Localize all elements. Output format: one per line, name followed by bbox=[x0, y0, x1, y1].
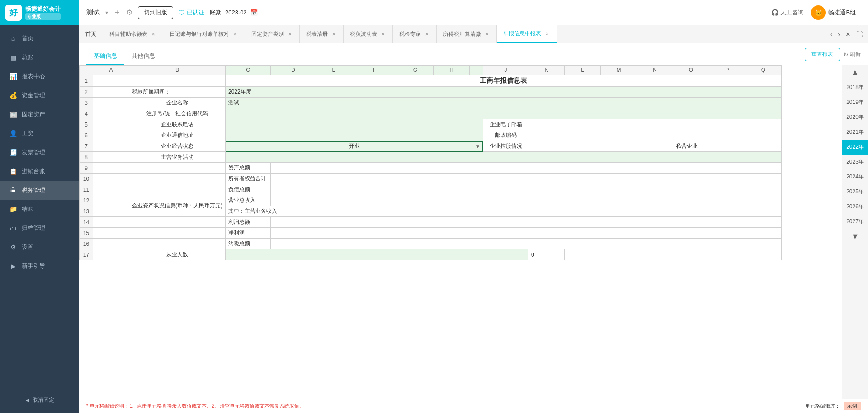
cell-17-A[interactable] bbox=[93, 249, 129, 260]
cell-17-L[interactable] bbox=[565, 249, 782, 260]
reset-report-btn[interactable]: 重置报表 bbox=[805, 48, 840, 61]
cell-15-B[interactable] bbox=[129, 228, 226, 239]
tab-close-annual-report[interactable]: ✕ bbox=[544, 31, 550, 37]
cell-10-A[interactable] bbox=[93, 174, 129, 184]
tab-close-bank-reconcile[interactable]: ✕ bbox=[232, 31, 238, 37]
cell-6-A[interactable] bbox=[93, 130, 129, 141]
topbar-dropdown-icon[interactable]: ▾ bbox=[105, 9, 108, 16]
year-item-2020年[interactable]: 2020年 bbox=[842, 110, 868, 125]
sidebar-item-closing[interactable]: 📁结账 bbox=[0, 200, 79, 219]
tab-home[interactable]: 首页 bbox=[79, 25, 103, 43]
cell-1-B[interactable] bbox=[129, 75, 226, 87]
tab-close-income-tax[interactable]: ✕ bbox=[484, 31, 490, 37]
cell-4-A[interactable] bbox=[93, 108, 129, 119]
sidebar-item-payroll[interactable]: 👤工资 bbox=[0, 124, 79, 143]
spreadsheet-wrap[interactable]: A B C D E F G H I J K L bbox=[79, 65, 842, 399]
cell-1-A[interactable] bbox=[93, 75, 129, 87]
sidebar-item-archive[interactable]: 🗃归档管理 bbox=[0, 219, 79, 238]
cell-14-D[interactable] bbox=[271, 217, 782, 228]
tab-close-fixed-asset-type[interactable]: ✕ bbox=[287, 31, 293, 37]
tab-close-tax-form[interactable]: ✕ bbox=[330, 31, 337, 37]
sidebar-item-fixed-asset[interactable]: 🏢固定资产 bbox=[0, 105, 79, 124]
cell-9-D[interactable] bbox=[271, 163, 782, 174]
tab-bank-reconcile[interactable]: 日记账与银行对账单核对✕ bbox=[163, 25, 245, 43]
sidebar-item-settings[interactable]: ⚙设置 bbox=[0, 238, 79, 257]
cell-13-A[interactable] bbox=[93, 206, 129, 217]
cell-7-C[interactable]: 开业 ▼ bbox=[226, 141, 483, 152]
cell-7-K[interactable] bbox=[528, 141, 673, 152]
cell-16-D[interactable] bbox=[271, 239, 782, 249]
cell-3-C[interactable]: 测试 bbox=[226, 98, 782, 108]
tab-close-aux-balance[interactable]: ✕ bbox=[150, 31, 156, 37]
cell-15-D[interactable] bbox=[271, 228, 782, 239]
sidebar-item-invoice[interactable]: 🧾发票管理 bbox=[0, 143, 79, 162]
cell-17-C[interactable] bbox=[226, 249, 528, 260]
customer-service-btn[interactable]: 🎧 人工咨询 bbox=[771, 9, 804, 17]
tab-annual-report[interactable]: 年报信息申报表✕ bbox=[497, 25, 557, 43]
cell-10-B[interactable] bbox=[129, 174, 226, 184]
sidebar-item-guide[interactable]: ▶新手引导 bbox=[0, 257, 79, 276]
tab-tax-expert[interactable]: 税检专家✕ bbox=[393, 25, 437, 43]
topbar-settings-btn[interactable]: ⚙ bbox=[126, 8, 132, 17]
year-item-2021年[interactable]: 2021年 bbox=[842, 125, 868, 140]
cell-6-K[interactable] bbox=[528, 130, 782, 141]
year-item-2023年[interactable]: 2023年 bbox=[842, 155, 868, 169]
year-item-2019年[interactable]: 2019年 bbox=[842, 95, 868, 110]
tab-aux-balance[interactable]: 科目辅助余额表✕ bbox=[103, 25, 163, 43]
refresh-btn[interactable]: ↻ 刷新 bbox=[844, 51, 861, 58]
cell-3-A[interactable] bbox=[93, 98, 129, 108]
cell-14-B[interactable] bbox=[129, 217, 226, 228]
sidebar-item-ledger[interactable]: ▤总账 bbox=[0, 48, 79, 67]
cell-10-D[interactable] bbox=[271, 174, 782, 184]
tab-prev-btn[interactable]: ‹ bbox=[829, 29, 835, 40]
tab-close-tax-expert[interactable]: ✕ bbox=[424, 31, 430, 37]
sidebar-collapse-btn[interactable]: ◄ 取消固定 bbox=[0, 392, 79, 408]
cell-12-D[interactable] bbox=[271, 195, 782, 206]
cell-8-C[interactable] bbox=[226, 152, 782, 163]
cell-7-P[interactable]: 私营企业 bbox=[673, 141, 782, 152]
cell-11-B[interactable] bbox=[129, 184, 226, 195]
cell-13-E[interactable] bbox=[316, 206, 782, 217]
cell-9-A[interactable] bbox=[93, 163, 129, 174]
cell-8-A[interactable] bbox=[93, 152, 129, 163]
cell-15-A[interactable] bbox=[93, 228, 129, 239]
cell-16-A[interactable] bbox=[93, 239, 129, 249]
cell-11-D[interactable] bbox=[271, 184, 782, 195]
tab-next-btn[interactable]: › bbox=[836, 29, 842, 40]
tab-tax-fluctuation[interactable]: 税负波动表✕ bbox=[344, 25, 393, 43]
cell-6-C[interactable] bbox=[226, 130, 483, 141]
tab-fixed-asset-type[interactable]: 固定资产类别✕ bbox=[245, 25, 300, 43]
sidebar-item-purchase-sales[interactable]: 📋进销台账 bbox=[0, 162, 79, 181]
tab-close-tax-fluctuation[interactable]: ✕ bbox=[380, 31, 386, 37]
tab-expand-btn[interactable]: ⛶ bbox=[854, 29, 864, 40]
year-item-2026年[interactable]: 2026年 bbox=[842, 199, 868, 214]
year-item-2022年[interactable]: 2022年 bbox=[842, 140, 868, 155]
cell-5-C[interactable] bbox=[226, 119, 483, 130]
year-nav-up[interactable]: ▲ bbox=[842, 65, 868, 80]
sidebar-item-fund[interactable]: 💰资金管理 bbox=[0, 86, 79, 105]
year-item-2027年[interactable]: 2027年 bbox=[842, 214, 868, 229]
cell-9-B[interactable] bbox=[129, 163, 226, 174]
cell-4-C[interactable] bbox=[226, 108, 782, 119]
sidebar-item-tax[interactable]: 🏛税务管理 bbox=[0, 181, 79, 200]
cell-12-A[interactable] bbox=[93, 195, 129, 206]
year-item-2025年[interactable]: 2025年 bbox=[842, 184, 868, 199]
cell-2-C[interactable]: 2022年度 bbox=[226, 87, 782, 98]
topbar-add-btn[interactable]: ＋ bbox=[113, 8, 121, 17]
tab-close-all-btn[interactable]: ✕ bbox=[844, 29, 853, 40]
tab-other-info[interactable]: 其他信息 bbox=[124, 48, 162, 65]
sidebar-item-home[interactable]: ⌂首页 bbox=[0, 29, 79, 48]
year-item-2024年[interactable]: 2024年 bbox=[842, 169, 868, 184]
tab-tax-form[interactable]: 税表清册✕ bbox=[300, 25, 344, 43]
sidebar-item-reports[interactable]: 📊报表中心 bbox=[0, 67, 79, 86]
cell-16-B[interactable] bbox=[129, 239, 226, 249]
cell-11-A[interactable] bbox=[93, 184, 129, 195]
cell-17-K[interactable]: 0 bbox=[528, 249, 565, 260]
switch-old-version-btn[interactable]: 切到旧版 bbox=[138, 6, 173, 19]
cell-14-A[interactable] bbox=[93, 217, 129, 228]
tab-basic-info[interactable]: 基础信息 bbox=[86, 48, 124, 65]
tab-income-tax[interactable]: 所得税汇算清缴✕ bbox=[437, 25, 497, 43]
cell-2-A[interactable] bbox=[93, 87, 129, 98]
calendar-icon[interactable]: 📅 bbox=[250, 9, 258, 16]
cell-5-K[interactable] bbox=[528, 119, 782, 130]
